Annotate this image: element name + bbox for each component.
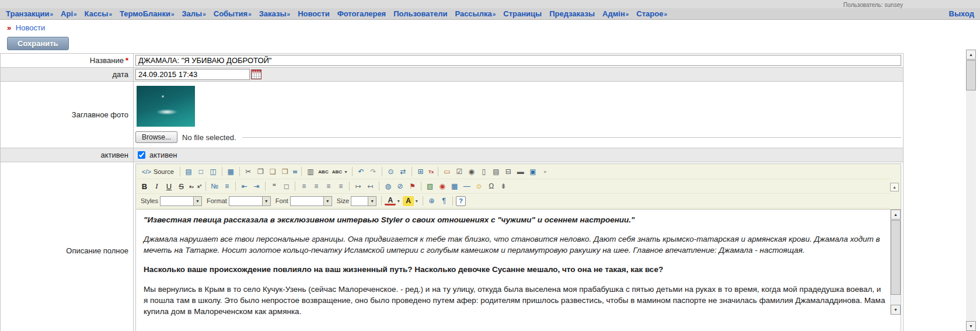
horizontal-rule-icon[interactable]: — — [461, 182, 472, 191]
save-button[interactable]: Сохранить — [7, 37, 69, 50]
font-dropdown[interactable]: Font ▼ — [275, 196, 332, 206]
menu-item-transactions[interactable]: Транзакции» — [6, 9, 53, 18]
save-icon[interactable]: ▤ — [183, 167, 194, 177]
select-all-icon[interactable]: ⊞ — [415, 167, 426, 177]
active-checkbox[interactable] — [138, 151, 145, 159]
menu-item-news[interactable]: Новости — [298, 9, 330, 18]
menu-item-halls[interactable]: Залы» — [182, 9, 205, 18]
replace-icon[interactable]: ⇄ — [397, 167, 409, 177]
copy-icon[interactable]: ❐ — [255, 167, 266, 177]
textarea-icon[interactable]: ▤ — [490, 167, 501, 177]
show-blocks-icon[interactable]: ¶ — [438, 196, 449, 206]
new-page-icon[interactable]: □ — [196, 167, 207, 177]
size-dropdown[interactable]: Size ▼ — [337, 196, 376, 206]
undo-icon[interactable]: ↶ — [355, 167, 367, 177]
date-input[interactable] — [135, 69, 250, 80]
browse-button[interactable]: Browse... — [135, 131, 177, 143]
justify-center-icon[interactable]: ≡ — [311, 182, 322, 191]
scayt-icon[interactable]: ABC — [331, 167, 343, 177]
editor-scroll-down-icon[interactable]: ▼ — [891, 305, 901, 315]
menu-item-api[interactable]: Api» — [61, 9, 77, 18]
menu-item-photo-gallery[interactable]: Фотогалерея — [337, 9, 386, 18]
create-div-icon[interactable]: ◻ — [281, 182, 292, 191]
toolbar-collapse-button[interactable]: ▲ — [890, 183, 899, 191]
anchor-icon[interactable]: ⚑ — [407, 182, 418, 191]
editor-toolbar-row-1: </>Source▤□◫▦✂❐❑❒W▥ABCABC▼↶↷⊙⇄⊞Tx▭☑◉▯▤⊟▬… — [137, 165, 890, 179]
templates-icon[interactable]: ▦ — [225, 167, 236, 177]
special-char-icon[interactable]: Ω — [486, 182, 497, 191]
format-dropdown[interactable]: Format ▼ — [207, 196, 271, 206]
flash-icon[interactable]: ◉ — [437, 182, 448, 191]
italic-icon[interactable]: I — [151, 182, 162, 191]
bidi-rtl-icon[interactable]: ↤ — [365, 182, 376, 191]
unlink-icon[interactable]: ⊘ — [395, 182, 406, 191]
table-icon[interactable]: ▦ — [449, 182, 460, 191]
bulleted-list-icon[interactable]: ≡ — [221, 182, 232, 191]
button-icon[interactable]: ▬ — [515, 167, 526, 177]
remove-format-icon[interactable]: Tx — [427, 167, 435, 177]
form-icon[interactable]: ▭ — [441, 167, 452, 177]
subscript-icon[interactable]: x₂ — [188, 182, 195, 191]
about-icon[interactable]: ? — [456, 196, 466, 206]
preview-icon[interactable]: ◫ — [208, 167, 219, 177]
logout-link[interactable]: Выход — [949, 9, 974, 18]
menu-item-thermo-blanks[interactable]: ТермоБланки» — [120, 9, 174, 18]
menu-item-old[interactable]: Старое» — [636, 9, 667, 18]
image-button-icon[interactable]: ▣ — [527, 167, 538, 177]
print-icon[interactable]: ▥ — [305, 167, 316, 177]
text-color-icon[interactable]: A — [385, 196, 396, 205]
menu-item-admin[interactable]: Адмін» — [602, 9, 629, 18]
menu-item-pages[interactable]: Страницы — [503, 9, 542, 18]
editor-content-area[interactable]: "Известная певица рассказала в эксклюзив… — [136, 210, 901, 331]
title-input[interactable] — [135, 55, 901, 66]
paste-icon[interactable]: ❑ — [267, 167, 278, 177]
styles-dropdown[interactable]: Styles ▼ — [141, 196, 202, 206]
text-field-icon[interactable]: ▯ — [478, 167, 489, 177]
page-scroll-up-icon[interactable]: ▲ — [966, 50, 976, 60]
justify-right-icon[interactable]: ≡ — [323, 182, 334, 191]
editor-scrollbar[interactable]: ▲ ▼ — [890, 210, 901, 315]
indent-icon[interactable]: ⇥ — [251, 182, 262, 191]
calendar-icon[interactable] — [251, 69, 261, 79]
justify-left-icon[interactable]: ≡ — [298, 182, 309, 191]
menu-item-preorders[interactable]: Предзаказы — [549, 9, 595, 18]
link-icon[interactable]: ◍ — [382, 182, 393, 191]
justify-block-icon[interactable]: ≡ — [335, 182, 346, 191]
maximize-icon[interactable]: ⊕ — [426, 196, 437, 206]
menu-item-mailing[interactable]: Рассылка» — [455, 9, 496, 18]
breadcrumb-link-news[interactable]: Новости — [16, 23, 45, 32]
hidden-field-icon[interactable]: ▫ — [539, 167, 550, 177]
find-icon[interactable]: ⊙ — [385, 167, 396, 177]
select-field-icon[interactable]: ⊟ — [503, 167, 514, 177]
image-icon[interactable]: ▧ — [424, 182, 435, 191]
blockquote-icon[interactable]: ❝ — [268, 182, 280, 191]
bidi-ltr-icon[interactable]: ↦ — [353, 182, 364, 191]
menu-item-orders[interactable]: Заказы» — [259, 9, 290, 18]
page-scrollbar[interactable]: ▲ ▼ — [966, 50, 976, 331]
numbered-list-icon[interactable]: № — [209, 182, 220, 191]
paste-from-word-icon[interactable]: W — [292, 167, 299, 177]
editor-scrollbar-thumb[interactable] — [891, 220, 901, 295]
strike-through-icon[interactable]: S — [176, 182, 187, 191]
menu-item-events[interactable]: События» — [214, 9, 252, 18]
field-value-date — [134, 68, 903, 81]
page-scrollbar-thumb[interactable] — [966, 60, 976, 90]
background-color-icon[interactable]: A — [403, 196, 414, 206]
page-scroll-down-icon[interactable]: ▼ — [966, 321, 976, 331]
editor-scroll-up-icon[interactable]: ▲ — [891, 210, 901, 219]
redo-icon[interactable]: ↷ — [368, 167, 379, 177]
bold-icon[interactable]: B — [139, 182, 150, 191]
cut-icon[interactable]: ✂ — [243, 167, 254, 177]
spell-check-icon[interactable]: ABC — [317, 167, 329, 177]
outdent-icon[interactable]: ⇤ — [239, 182, 250, 191]
radio-button-icon[interactable]: ◉ — [466, 167, 477, 177]
checkbox-icon[interactable]: ☑ — [454, 167, 465, 177]
superscript-icon[interactable]: x² — [196, 182, 203, 191]
underline-icon[interactable]: U — [163, 182, 175, 191]
smiley-icon[interactable]: ☺ — [473, 182, 484, 191]
source-icon[interactable]: </>Source — [139, 167, 177, 177]
menu-item-cash-desks[interactable]: Кассы» — [85, 9, 112, 18]
menu-item-users[interactable]: Пользователи — [393, 9, 447, 18]
page-break-icon[interactable]: ⇟ — [498, 182, 509, 191]
paste-text-icon[interactable]: ❒ — [280, 167, 291, 177]
